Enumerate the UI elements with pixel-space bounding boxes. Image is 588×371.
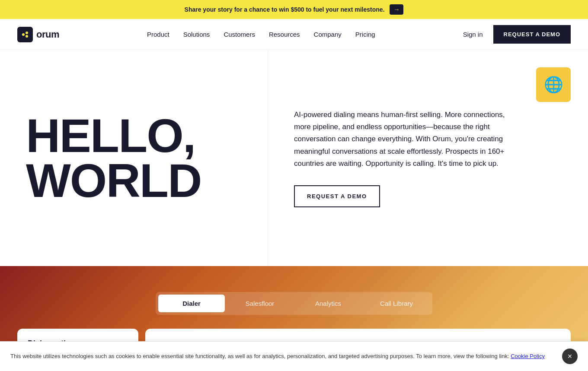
hero-description: AI-powered dialing means human-first sel… xyxy=(294,109,510,169)
hero-headline: HELLO, WORLD xyxy=(26,113,201,203)
nav-request-demo-button[interactable]: REQUEST A DEMO xyxy=(493,25,571,44)
sign-in-button[interactable]: Sign in xyxy=(463,31,483,38)
hero-left: HELLO, WORLD xyxy=(0,50,268,266)
nav-item-pricing[interactable]: Pricing xyxy=(355,31,375,38)
nav-item-product[interactable]: Product xyxy=(147,31,169,38)
hero-cta-button[interactable]: REQUEST A DEMO xyxy=(294,185,380,207)
navbar: orum Product Solutions Customers Resourc… xyxy=(0,19,588,50)
cookie-text: This website utilizes technologies such … xyxy=(10,352,545,361)
announcement-arrow-button[interactable]: → xyxy=(390,4,403,15)
tab-salesfloor[interactable]: Salesfloor xyxy=(227,295,293,312)
nav-right: Sign in REQUEST A DEMO xyxy=(463,25,571,44)
nav-item-resources[interactable]: Resources xyxy=(269,31,300,38)
logo[interactable]: orum xyxy=(17,27,59,42)
hero-right: 🌐 AI-powered dialing means human-first s… xyxy=(268,50,588,266)
nav-item-company[interactable]: Company xyxy=(314,31,342,38)
svg-point-1 xyxy=(26,32,28,34)
logo-icon xyxy=(17,27,33,42)
announcement-banner: Share your story for a chance to win $50… xyxy=(0,0,588,19)
globe-badge: 🌐 xyxy=(536,67,571,102)
tab-analytics[interactable]: Analytics xyxy=(295,295,361,312)
nav-item-solutions[interactable]: Solutions xyxy=(183,31,210,38)
cookie-banner: This website utilizes technologies such … xyxy=(0,341,588,371)
demo-tabs: Dialer Salesfloor Analytics Call Library xyxy=(156,292,432,315)
globe-icon: 🌐 xyxy=(544,76,563,94)
logo-text: orum xyxy=(36,29,59,40)
nav-item-customers[interactable]: Customers xyxy=(224,31,255,38)
nav-links: Product Solutions Customers Resources Co… xyxy=(147,31,375,38)
tab-call-library[interactable]: Call Library xyxy=(363,295,430,312)
tab-dialer[interactable]: Dialer xyxy=(158,295,225,312)
svg-point-2 xyxy=(26,35,28,38)
cookie-policy-link[interactable]: Cookie Policy xyxy=(511,353,545,359)
announcement-text: Share your story for a chance to win $50… xyxy=(185,6,385,13)
cookie-close-button[interactable]: × xyxy=(562,349,578,364)
hero-section: HELLO, WORLD 🌐 AI-powered dialing means … xyxy=(0,50,588,266)
svg-point-0 xyxy=(22,33,25,36)
